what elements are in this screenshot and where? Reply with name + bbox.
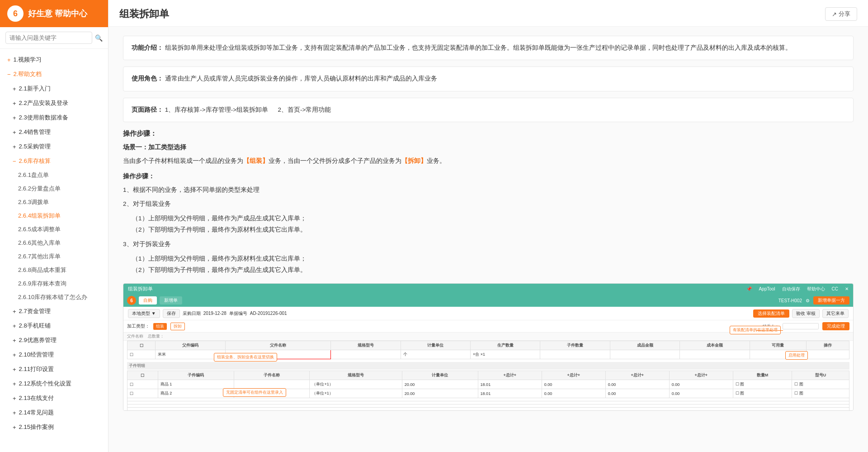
mock-select-template-btn[interactable]: 选择装配清单 (753, 309, 789, 318)
mock-toolbar-save[interactable]: 保存 (163, 309, 180, 318)
mock-l-row1-qty1: 18.01 (478, 380, 542, 389)
mock-toolbar-action2[interactable]: 其它来单 (822, 309, 849, 318)
sidebar-item-other-in[interactable]: 2.6.6其他入库单 (0, 236, 108, 250)
role-block: 使用角色： 通常由生产人员或库管人员完成拆装业务的操作，库管人员确认原材料的出库… (123, 67, 854, 91)
close-window-icon[interactable]: ✕ (845, 286, 849, 291)
sidebar-item-stocktake[interactable]: 2.6.1盘点单 (0, 168, 108, 182)
sidebar-item-assembly[interactable]: 2.6.4组装拆卸单 (0, 209, 108, 223)
step2-sub2: （2）下部明细为子件明细，最终作为原材料生成其它出库单。 (132, 224, 854, 236)
sidebar-item-cost-recalc[interactable]: 2.6.8商品成本重算 (0, 263, 108, 277)
annotation3-text: 启用处理 (788, 353, 805, 357)
sidebar-item-voucher[interactable]: + 2.9优惠券管理 (0, 333, 108, 347)
search-input[interactable] (5, 32, 92, 44)
sidebar-item-help-docs[interactable]: − 2.帮助文档 (0, 67, 108, 81)
mock-new-doc-btn[interactable]: 新增单据一方 (813, 296, 849, 305)
sidebar-item-ledger-wrong[interactable]: 2.6.10库存账本错了怎么办 (0, 290, 108, 304)
mock-tab2-label: 新增单 (164, 298, 178, 303)
label-other-in: 2.6.6其他入库单 (18, 239, 61, 246)
mock-col-prod-amt: 成品金额 (610, 341, 679, 350)
mock-l-row1-unit: 20.00 (402, 380, 478, 389)
mock-row1-spec (331, 350, 401, 359)
label-purchase: 2.5采购管理 (19, 143, 51, 151)
mock-col-cost-amt: 成本金额 (680, 341, 750, 350)
mock-l-row2-amt2: 0.00 (669, 389, 733, 398)
sidebar-item-other-out[interactable]: 2.6.7其他出库单 (0, 250, 108, 263)
sidebar-item-pay[interactable]: + 2.13在线支付 (0, 391, 108, 405)
table-row (127, 398, 849, 401)
mock-l-row2-avail: ☐ 图 (733, 389, 792, 398)
plus-install: + (13, 100, 16, 107)
mock-lower-header-row: ☐ 子件编码 子件名称 规格型号 计量单位 +总计+ +总计+ +总计+ +总计… (127, 371, 849, 380)
main-header: 组装拆卸单 ↗ 分享 (108, 0, 868, 27)
label-data-prep: 2.3使用前数据准备 (19, 114, 68, 122)
sidebar-item-operations[interactable]: + 2.10经营管理 (0, 347, 108, 362)
sidebar-item-inventory[interactable]: − 2.6库存核算 (0, 154, 108, 168)
sidebar-item-cases[interactable]: + 2.15操作案例 (0, 420, 108, 434)
mock-assembly-btn[interactable]: 组装 (153, 323, 167, 330)
share-label: 分享 (839, 10, 850, 18)
plus-mobile: + (13, 323, 16, 329)
sidebar-item-customize[interactable]: + 2.12系统个性化设置 (0, 376, 108, 391)
sidebar-item-sales[interactable]: + 2.4销售管理 (0, 125, 108, 139)
sidebar-item-video[interactable]: + 1.视频学习 (0, 52, 108, 67)
path-text-2: 2、首页->常用功能 (278, 106, 331, 113)
role-text: 通常由生产人员或库管人员完成拆装业务的操作，库管人员确认原材料的出库和产成品的入… (165, 75, 437, 82)
label-print: 2.11打印设置 (19, 365, 54, 373)
mock-l-qty1: +总计+ (478, 371, 542, 380)
sidebar-item-print[interactable]: + 2.11打印设置 (0, 362, 108, 376)
mock-l-row1-check[interactable]: ☐ (127, 380, 158, 389)
mock-top-nav-4: 帮助中心 (807, 286, 825, 292)
mock-tab-purchase[interactable]: 自购 (139, 296, 157, 305)
mock-row1-check[interactable]: ☐ (127, 350, 156, 359)
label-split: 2.6.2分量盘点单 (18, 185, 61, 192)
mock-upper-count: 总数量： (148, 333, 164, 339)
mock-confirm-btn[interactable]: 完成处理 (822, 322, 849, 330)
mock-lower-section: 子件明细 ☐ 子件编码 子件名称 规格型号 计量单位 +总计+ (123, 362, 853, 410)
mock-l-action: 型号U (792, 371, 849, 380)
sidebar-item-finance[interactable]: + 2.7资金管理 (0, 304, 108, 319)
mock-person-input[interactable] (783, 323, 819, 329)
sidebar-item-purchase[interactable]: + 2.5采购管理 (0, 139, 108, 154)
mock-l-spec: 规格型号 (310, 371, 402, 380)
sidebar-item-adjust[interactable]: 2.6.3调拨单 (0, 195, 108, 209)
sidebar-item-install[interactable]: + 2.2产品安装及登录 (0, 96, 108, 110)
plus-pay: + (13, 395, 16, 402)
main-area: 组装拆卸单 ↗ 分享 功能介绍： 组装拆卸单用来处理企业组装或拆卸等加工业务，支… (108, 0, 868, 452)
label-finance: 2.7资金管理 (19, 307, 51, 315)
label-ledger-wrong: 2.6.10库存账本错了怎么办 (18, 294, 87, 300)
expand-icon-help: − (7, 71, 11, 78)
mock-l-row2-check[interactable]: ☐ (127, 389, 158, 398)
mock-top-nav-3: 自动保存 (782, 286, 800, 292)
step2-text: 2、对于组装业务 (123, 198, 854, 210)
table-row (127, 408, 849, 411)
nav-section-help: − 2.帮助文档 + 2.1新手入门 + 2.2产品安装及登录 + 2.3使用前… (0, 67, 108, 434)
sidebar-item-cost-adjust[interactable]: 2.6.5成本调整单 (0, 223, 108, 236)
mock-top-nav-2: AppTool (759, 286, 775, 291)
mock-disassembly-btn[interactable]: 拆卸 (170, 323, 185, 330)
search-icon[interactable]: 🔍 (95, 34, 103, 42)
mock-l-qty2: +总计+ (542, 371, 605, 380)
mock-tab-new[interactable]: 新增单 (160, 296, 182, 305)
mock-toolbar-code-value: AD-20191226-001 (250, 311, 287, 316)
func-intro-text: 组装拆卸单用来处理企业组装或拆卸等加工业务，支持有固定装配清单的产品加工业务，也… (165, 44, 792, 51)
mock-col-spec: 规格型号 (331, 341, 401, 350)
mock-top-nav-5: CC (832, 286, 838, 291)
mock-l-empty-row5 (127, 404, 849, 408)
share-button[interactable]: ↗ 分享 (825, 7, 857, 21)
path-text-1: 1、库存核算->库存管理->组装拆卸单 (165, 106, 268, 113)
sidebar-item-newcomer[interactable]: + 2.1新手入门 (0, 81, 108, 96)
mock-toolbar-type[interactable]: 本地类型 ▼ (128, 309, 160, 318)
label-inventory: 2.6库存核算 (19, 157, 51, 165)
sidebar-item-faq[interactable]: + 2.14常见问题 (0, 405, 108, 420)
sidebar-item-ledger-query[interactable]: 2.6.9库存账本查询 (0, 277, 108, 290)
mock-l-row2-amt1: 0.00 (605, 389, 669, 398)
mock-toolbar-action1[interactable]: 验收 审核 (792, 309, 820, 318)
mock-nav-logo: 6 (127, 296, 136, 305)
step2-sub1: （1）上部明细为父件明细，最终作为产成品生成其它入库单； (132, 213, 854, 224)
sidebar-item-mobile[interactable]: + 2.8手机旺铺 (0, 319, 108, 333)
sidebar-item-split[interactable]: 2.6.2分量盘点单 (0, 182, 108, 195)
sidebar-item-data-prep[interactable]: + 2.3使用前数据准备 (0, 110, 108, 125)
mock-l-row2-code: 商品 2 (158, 389, 234, 398)
func-intro-block: 功能介绍： 组装拆卸单用来处理企业组装或拆卸等加工业务，支持有固定装配清单的产品… (123, 36, 854, 60)
label-assembly: 2.6.4组装拆卸单 (18, 212, 61, 219)
